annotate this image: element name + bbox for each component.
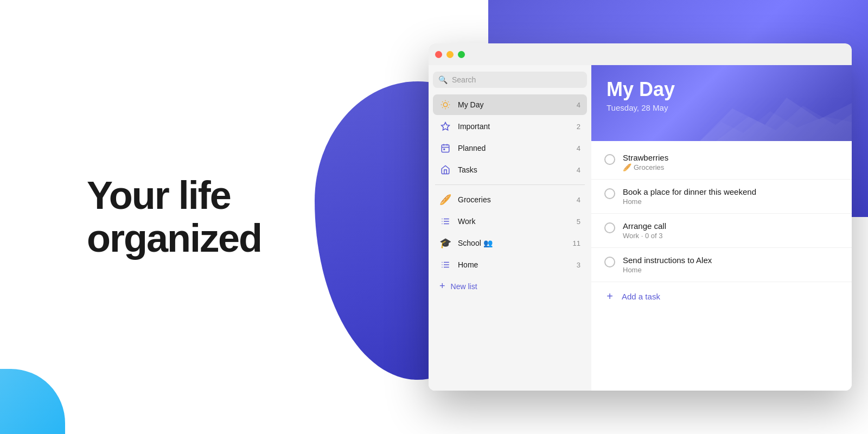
sidebar-item-work-label: Work [458, 217, 570, 226]
add-task-plus-icon: + [604, 291, 615, 302]
new-list-button[interactable]: + New list [433, 276, 587, 296]
sidebar-item-work[interactable]: Work 5 [433, 211, 587, 232]
svg-point-20 [442, 224, 443, 225]
svg-point-26 [442, 267, 443, 268]
new-list-label: New list [451, 282, 477, 291]
svg-point-24 [442, 262, 443, 263]
hero-line1: Your life [87, 174, 231, 217]
add-task-label: Add a task [622, 292, 660, 301]
sidebar-item-school-label: School 👥 [458, 239, 566, 247]
svg-point-0 [443, 103, 448, 107]
sidebar-item-home[interactable]: Home 3 [433, 254, 587, 275]
sidebar-item-important-label: Important [458, 122, 570, 131]
svg-point-25 [442, 264, 443, 265]
sidebar-divider [435, 184, 585, 185]
title-bar [429, 43, 852, 65]
task-item-dinner: Book a place for dinner this weekend Hom… [591, 180, 852, 214]
home-list-icon [439, 259, 451, 271]
search-placeholder: Search [452, 75, 476, 84]
task-checkbox-strawberries[interactable] [604, 154, 615, 165]
task-item-arrange-call: Arrange call Work · 0 of 3 [591, 214, 852, 248]
svg-line-3 [442, 101, 443, 102]
sidebar-item-work-count: 5 [577, 218, 580, 226]
sidebar-item-my-day[interactable]: My Day 4 [433, 94, 587, 115]
task-meta-arrange-call: Work · 0 of 3 [623, 232, 839, 240]
sidebar-item-school[interactable]: 🎓 School 👥 11 [433, 233, 587, 253]
task-item-send-instructions: Send instructions to Alex Home [591, 248, 852, 282]
svg-line-7 [442, 107, 443, 108]
bread-icon: 🥖 [439, 194, 451, 206]
sidebar-item-tasks-label: Tasks [458, 165, 570, 174]
hero-line2: organized [87, 216, 261, 260]
minimize-button[interactable] [446, 51, 454, 58]
task-title-send-instructions: Send instructions to Alex [623, 256, 839, 265]
bg-decoration-bottom-left [0, 369, 65, 434]
add-task-row[interactable]: + Add a task [591, 282, 852, 310]
dinner-meta-label: Home [623, 197, 642, 206]
task-content-strawberries: Strawberries 🥖 Groceries [623, 153, 839, 171]
task-checkbox-send-instructions[interactable] [604, 257, 615, 267]
sidebar-item-groceries-count: 4 [577, 196, 580, 204]
task-checkbox-dinner[interactable] [604, 188, 615, 199]
main-content: My Day Tuesday, 28 May Strawberries 🥖 Gr… [591, 65, 852, 391]
svg-line-4 [448, 107, 449, 108]
sidebar-item-groceries-label: Groceries [458, 195, 570, 204]
task-item-strawberries: Strawberries 🥖 Groceries [591, 145, 852, 180]
sun-icon [439, 99, 451, 111]
task-title-arrange-call: Arrange call [623, 221, 839, 231]
sidebar-item-home-label: Home [458, 260, 570, 269]
list-icon [439, 215, 451, 227]
hero-title: Your life organized [87, 174, 261, 260]
sidebar-item-my-day-count: 4 [577, 101, 580, 109]
sidebar-item-school-count: 11 [573, 239, 580, 247]
plus-icon: + [439, 280, 445, 292]
sidebar-item-planned-count: 4 [577, 144, 580, 152]
hero-section: Your life organized [87, 174, 261, 260]
groceries-meta-label: Groceries [634, 163, 664, 171]
task-title-dinner: Book a place for dinner this weekend [623, 187, 839, 196]
task-content-send-instructions: Send instructions to Alex Home [623, 256, 839, 274]
task-meta-send-instructions: Home [623, 266, 839, 274]
task-title-strawberries: Strawberries [623, 153, 839, 162]
svg-rect-14 [443, 149, 445, 150]
search-icon: 🔍 [438, 75, 448, 84]
sidebar-item-my-day-label: My Day [458, 100, 570, 109]
sidebar-item-home-count: 3 [577, 261, 580, 269]
maximize-button[interactable] [458, 51, 465, 58]
task-checkbox-arrange-call[interactable] [604, 222, 615, 233]
sidebar-item-planned-label: Planned [458, 144, 570, 152]
task-list: Strawberries 🥖 Groceries Book a place fo… [591, 141, 852, 391]
calendar-icon [439, 142, 451, 154]
sidebar-item-planned[interactable]: Planned 4 [433, 138, 587, 158]
close-button[interactable] [435, 51, 442, 58]
star-icon [439, 120, 451, 132]
sidebar-item-tasks[interactable]: Tasks 4 [433, 159, 587, 180]
send-instructions-meta-label: Home [623, 266, 642, 274]
sidebar-item-tasks-count: 4 [577, 166, 580, 174]
svg-rect-10 [442, 145, 449, 152]
graduation-icon: 🎓 [439, 237, 451, 249]
svg-marker-9 [442, 123, 450, 130]
sidebar: 🔍 Search My Day 4 [429, 65, 591, 391]
groceries-meta-icon: 🥖 [623, 163, 631, 171]
svg-line-8 [448, 101, 449, 102]
task-meta-dinner: Home [623, 197, 839, 206]
home-icon [439, 164, 451, 176]
sidebar-item-groceries[interactable]: 🥖 Groceries 4 [433, 189, 587, 210]
main-header-subtitle: Tuesday, 28 May [607, 103, 837, 112]
arrange-call-meta-label: Work · 0 of 3 [623, 232, 662, 240]
sidebar-item-important-count: 2 [577, 123, 580, 131]
app-window: 🔍 Search My Day 4 [429, 43, 852, 391]
search-bar[interactable]: 🔍 Search [433, 72, 587, 88]
main-header-title: My Day [607, 78, 837, 101]
main-header: My Day Tuesday, 28 May [591, 65, 852, 141]
svg-point-19 [442, 221, 443, 222]
task-content-dinner: Book a place for dinner this weekend Hom… [623, 187, 839, 206]
task-meta-strawberries: 🥖 Groceries [623, 163, 839, 171]
task-content-arrange-call: Arrange call Work · 0 of 3 [623, 221, 839, 240]
sidebar-item-important[interactable]: Important 2 [433, 116, 587, 137]
svg-point-18 [442, 219, 443, 220]
